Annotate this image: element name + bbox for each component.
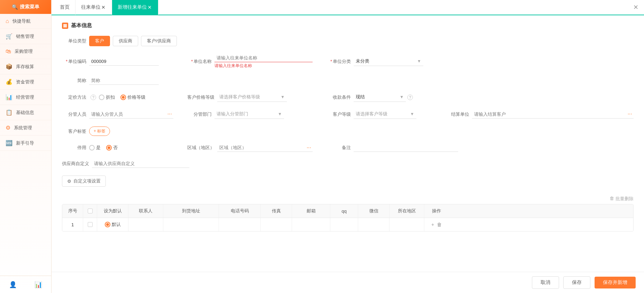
manager-label: 分管人员	[62, 111, 86, 117]
disabled-yes-label: 是	[96, 145, 101, 151]
window-close-button[interactable]: ✕	[630, 3, 641, 11]
add-tag-button[interactable]: + 标签	[89, 127, 110, 136]
cancel-button[interactable]: 取消	[532, 276, 559, 289]
tab-home[interactable]: 首页	[54, 0, 76, 15]
region-row-input[interactable]	[392, 222, 421, 227]
sidebar-item-quick-nav[interactable]: ⌂ 快捷导航	[0, 14, 51, 29]
row-fax[interactable]	[261, 218, 292, 231]
custom-settings-button[interactable]: ⚙ 自定义项设置	[62, 176, 106, 187]
add-row-btn[interactable]: +	[431, 222, 434, 227]
row-email[interactable]	[292, 218, 330, 231]
search-icon: 🔍	[12, 4, 18, 10]
sidebar-footer-right[interactable]: 📊	[26, 276, 52, 293]
disabled-no-label: 否	[113, 145, 118, 151]
sidebar-item-label: 采购管理	[15, 48, 33, 55]
save-button[interactable]: 保存	[563, 276, 590, 289]
short-name-input[interactable]	[89, 76, 159, 85]
row-wechat[interactable]	[358, 218, 390, 231]
sidebar-search[interactable]: 🔍 搜索菜单	[0, 0, 51, 14]
unit-name-input[interactable]	[214, 54, 313, 62]
col-header-region: 所在地区	[390, 204, 424, 218]
sidebar-item-basic-info[interactable]: 📋 基础信息	[0, 105, 51, 120]
row-default[interactable]: 默认	[97, 218, 128, 231]
save-new-button[interactable]: 保存并新增	[595, 277, 636, 288]
tags-row: 客户标签 + 标签	[62, 127, 634, 136]
row-checkbox[interactable]	[88, 222, 93, 227]
select-all-checkbox[interactable]	[88, 209, 93, 213]
tab-partners[interactable]: 往来单位 ✕	[76, 0, 112, 15]
sidebar-item-sales[interactable]: 🛒 销售管理	[0, 29, 51, 44]
unit-code-input[interactable]	[89, 57, 159, 66]
finance-icon: 💰	[6, 79, 13, 85]
disabled-yes[interactable]: 是	[89, 145, 101, 151]
email-input[interactable]	[295, 222, 327, 227]
row-region[interactable]	[390, 218, 424, 231]
sidebar-item-finance[interactable]: 💰 资金管理	[0, 74, 51, 90]
unit-code-group: 单位编码	[62, 57, 173, 66]
row-check[interactable]	[83, 218, 97, 231]
sidebar-footer-left[interactable]: 👤	[0, 276, 26, 293]
manager-dots-btn[interactable]: ···	[166, 111, 173, 117]
unit-category-select[interactable]: 未分类 ▼	[354, 57, 423, 66]
unit-info-row: 单位编码 单位名称 请输入往来单位名称 单位分类 未分类 ▼	[62, 54, 634, 69]
manager-input[interactable]	[89, 110, 166, 118]
disabled-group: 停用 是 否	[62, 145, 173, 151]
phone-input[interactable]	[222, 222, 258, 227]
department-chevron: ▼	[278, 112, 282, 116]
payment-terms-select[interactable]: 现结 ▼	[354, 92, 406, 102]
unit-type-both[interactable]: 客户/供应商	[141, 36, 177, 46]
region-input[interactable]	[217, 144, 305, 152]
payment-terms-label: 收款条件	[327, 94, 351, 100]
unit-type-buttons: 客户 供应商 客户/供应商	[89, 36, 177, 46]
manager-row: 分管人员 ··· 分管部门 请输入分管部门 ▼ 客户等级 请选择客户等级 ▼	[62, 109, 634, 119]
row-default-radio[interactable]: 默认	[105, 221, 121, 228]
pricing-price-level[interactable]: 价格等级	[120, 94, 146, 100]
delete-row-btn[interactable]: 🗑	[437, 222, 442, 227]
row-qq[interactable]	[330, 218, 358, 231]
row-contact[interactable]	[128, 218, 163, 231]
tab-new-partner-close[interactable]: ✕	[147, 5, 152, 10]
qq-input[interactable]	[333, 222, 355, 227]
region-dots-btn[interactable]: ···	[305, 145, 313, 151]
region-input-wrap: ···	[217, 144, 313, 152]
customer-level-select[interactable]: 请选择客户等级 ▼	[354, 109, 416, 119]
unit-type-customer[interactable]: 客户	[89, 36, 110, 46]
unit-category-chevron: ▼	[417, 59, 421, 64]
col-header-action: 操作	[424, 204, 449, 218]
customer-price-level-select[interactable]: 请选择客户价格等级 ▼	[217, 92, 287, 102]
table-header: 序号 设为默认 联系人 到货地址 电话号码 传真	[62, 204, 633, 218]
unit-type-supplier[interactable]: 供应商	[113, 36, 138, 46]
sidebar-item-operations[interactable]: 📊 经营管理	[0, 90, 51, 105]
short-name-group: 简称	[62, 76, 173, 85]
col-header-check[interactable]	[83, 204, 97, 218]
row-address[interactable]	[163, 218, 219, 231]
fax-input[interactable]	[264, 222, 289, 227]
tab-new-partner[interactable]: 新增往来单位 ✕	[112, 0, 158, 15]
sidebar-item-label: 基础信息	[16, 109, 34, 116]
pricing-discount[interactable]: 折扣	[99, 94, 115, 100]
sidebar-item-purchase[interactable]: 🛍 采购管理	[0, 44, 51, 59]
settlement-unit-input[interactable]	[472, 110, 626, 118]
wechat-input[interactable]	[361, 222, 386, 227]
row-phone[interactable]	[219, 218, 261, 231]
sidebar-item-system[interactable]: ⚙ 系统管理	[0, 120, 51, 136]
sidebar-item-inventory[interactable]: 📦 库存核算	[0, 59, 51, 74]
settlement-unit-dots-btn[interactable]: ···	[626, 111, 634, 117]
disabled-no[interactable]: 否	[106, 145, 118, 151]
payment-help-icon[interactable]: ?	[407, 95, 413, 100]
address-input[interactable]	[166, 222, 216, 227]
settlement-unit-label: 结算单位	[445, 111, 469, 117]
contact-input[interactable]	[131, 222, 160, 227]
main-area: 首页 往来单位 ✕ 新增往来单位 ✕ ✕ 基本信息 单位类型 客户 供应商	[52, 0, 644, 293]
sidebar-item-guide[interactable]: 🆕 新手引导	[0, 136, 51, 151]
pricing-help-icon[interactable]: ?	[91, 95, 96, 100]
department-select[interactable]: 请输入分管部门 ▼	[214, 109, 284, 119]
customer-level-group: 客户等级 请选择客户等级 ▼	[327, 109, 431, 119]
tab-partners-close[interactable]: ✕	[101, 5, 106, 10]
row-seq: 1	[62, 218, 83, 231]
batch-delete-label[interactable]: 批量删除	[615, 196, 634, 202]
supplier-custom-input[interactable]	[92, 160, 189, 168]
short-name-row: 简称	[62, 76, 634, 85]
batch-delete-icon: 🗑	[610, 196, 614, 202]
notes-input[interactable]	[354, 144, 458, 152]
